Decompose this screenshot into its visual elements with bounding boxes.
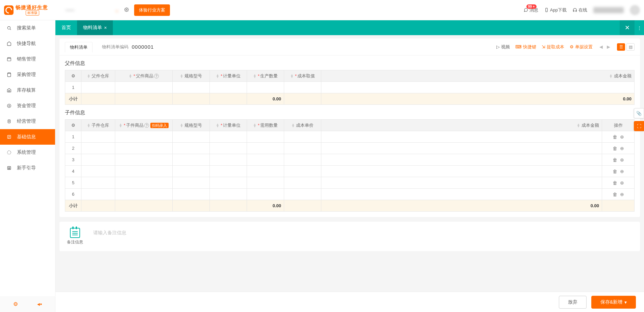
- svg-point-0: [126, 9, 127, 10]
- online-label: 在线: [578, 7, 587, 13]
- header-right: 99 + 消息 App下载 在线: [524, 5, 640, 15]
- svg-rect-1: [546, 8, 547, 12]
- brand-edition: 标准版: [26, 10, 39, 16]
- app-download-link[interactable]: App下载: [544, 7, 567, 13]
- messages-link[interactable]: 99 + 消息: [524, 7, 538, 13]
- app-header: 畅捷通好生意 标准版 —— ⌄ 体验行业方案 99 + 消息 App下载 在线: [0, 0, 644, 20]
- org-name: ——: [66, 7, 74, 13]
- avatar[interactable]: [630, 5, 640, 15]
- org-selector[interactable]: —— ⌄: [66, 7, 119, 13]
- trial-button[interactable]: 体验行业方案: [134, 4, 170, 16]
- app-download-label: App下载: [550, 7, 567, 13]
- message-badge: 99 +: [526, 4, 537, 9]
- chevron-down-icon: ⌄: [115, 7, 119, 13]
- logo: 畅捷通好生意 标准版: [4, 4, 55, 16]
- phone-icon: [544, 8, 549, 12]
- settings-icon[interactable]: [124, 7, 129, 13]
- headset-icon: [573, 8, 577, 12]
- user-name-blurred: [593, 7, 624, 13]
- online-support-link[interactable]: 在线: [573, 7, 587, 13]
- logo-icon: [4, 5, 14, 15]
